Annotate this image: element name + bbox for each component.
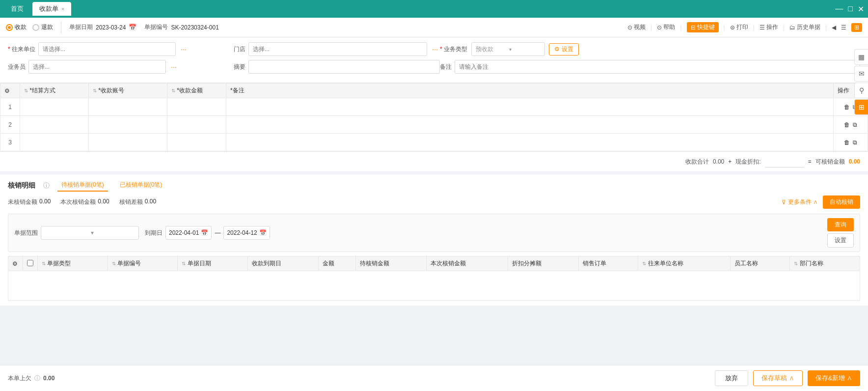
operation-label: 操作 <box>766 23 778 31</box>
list-view-btn[interactable]: ☰ <box>841 24 846 31</box>
video-btn[interactable]: ⊙ 视频 <box>627 23 646 31</box>
row-2-remark[interactable] <box>226 116 834 134</box>
divider-1 <box>61 22 61 33</box>
maximize-btn[interactable]: □ <box>848 4 853 13</box>
toolbar-actions: ⊙ 视频 | ⊙ 帮助 | ⊟ 快捷键 | ⊜ 打印 | ☰ 操作 | 🗂 历史… <box>627 22 862 32</box>
this-val: 0.00 <box>98 198 109 206</box>
row-1-amount[interactable] <box>167 98 226 116</box>
from-unit-more-icon[interactable]: ··· <box>179 45 189 53</box>
shortcut-btn[interactable]: ⊟ 快捷键 <box>687 22 719 32</box>
row-1-delete-icon[interactable]: 🗑 <box>844 104 850 111</box>
tab-close-icon[interactable]: × <box>61 6 64 12</box>
select-all-checkbox[interactable] <box>27 260 33 266</box>
gear-icon[interactable]: ⚙ <box>4 87 10 94</box>
sort-icon-num[interactable]: ⇅ <box>112 261 116 266</box>
tab-receipt[interactable]: 收款单 × <box>32 2 71 16</box>
row-3-amount[interactable] <box>167 134 226 151</box>
date-to-field[interactable]: 2022-04-12 📅 <box>223 226 270 240</box>
save-draft-btn[interactable]: 保存草稿 ∧ <box>753 370 803 386</box>
filter-icon: ⊽ <box>782 199 786 206</box>
operation-btn[interactable]: ☰ 操作 <box>760 23 778 31</box>
remark-input[interactable] <box>455 60 860 74</box>
grid-view-btn[interactable]: ⊞ <box>851 23 862 32</box>
tab-home[interactable]: 首页 <box>4 2 30 16</box>
verify-stats: 未核销金额 0.00 本次核销金额 0.00 核销差额 0.00 ⊽ 更多条件 … <box>8 196 860 209</box>
save-new-btn[interactable]: 保存&新增 ∧ <box>808 370 860 386</box>
calendar-to-icon[interactable]: 📅 <box>259 229 267 236</box>
row-3-actions: 🗑 ⧉ <box>834 134 868 151</box>
verify-info-icon[interactable]: ⓘ <box>43 181 50 190</box>
minimize-btn[interactable]: — <box>835 4 843 13</box>
print-btn[interactable]: ⊜ 打印 <box>730 23 748 31</box>
filter-more-btn[interactable]: ⊽ 更多条件 ∧ <box>782 198 818 206</box>
th-gear[interactable]: ⚙ <box>0 84 20 98</box>
calendar-from-icon[interactable]: 📅 <box>201 229 208 236</box>
prev-btn[interactable]: ◀ <box>832 24 836 31</box>
shortcut-label: 快捷键 <box>697 23 715 31</box>
store-more-icon[interactable]: ··· <box>430 45 440 53</box>
sort-icon-date[interactable]: ⇅ <box>182 261 186 266</box>
right-panel-table-btn[interactable]: ▦ <box>854 49 868 65</box>
row-1-remark[interactable] <box>226 98 834 116</box>
range-filter-select[interactable]: ▾ <box>41 226 139 240</box>
right-panel-camera-btn[interactable]: ⊞ <box>854 99 868 115</box>
row-2-delete-icon[interactable]: 🗑 <box>844 121 850 128</box>
unverified-label: 未核销金额 <box>8 198 37 206</box>
row-2-copy-icon[interactable]: ⧉ <box>853 121 857 128</box>
staff-label: 业务员 <box>8 63 26 71</box>
settings-btn[interactable]: ⚙ 设置 <box>549 43 579 56</box>
radio-receipt-label: 收款 <box>15 23 27 31</box>
video-label: 视频 <box>634 23 646 31</box>
help-btn[interactable]: ⊙ 帮助 <box>657 23 675 31</box>
from-unit-input[interactable] <box>38 42 176 56</box>
discard-btn[interactable]: 放弃 <box>715 370 748 386</box>
row-2-account[interactable] <box>89 116 167 134</box>
filter-settings-btn[interactable]: 设置 <box>827 233 854 248</box>
query-btn[interactable]: 查询 <box>827 218 854 231</box>
th-gear-2[interactable]: ⚙ <box>8 256 23 271</box>
sort-icon-type[interactable]: ⇅ <box>42 261 46 266</box>
row-3-remark[interactable] <box>226 134 834 151</box>
row-3-settle[interactable] <box>20 134 89 151</box>
form-area: 往来单位 ··· 门店 ··· 业务类型 预收款 ▾ ⚙ 设置 <box>0 37 868 83</box>
summary-input[interactable] <box>248 60 440 74</box>
sort-icon-account[interactable]: ⇅ <box>93 88 97 93</box>
calendar-icon[interactable]: 📅 <box>129 24 136 31</box>
close-window-btn[interactable]: ✕ <box>858 4 864 14</box>
radio-receipt[interactable]: 收款 <box>6 23 27 31</box>
radio-refund[interactable]: 退款 <box>32 23 53 31</box>
help-icon: ⊙ <box>657 24 662 31</box>
date-from-field[interactable]: 2022-04-01 📅 <box>165 226 212 240</box>
sort-icon-settle[interactable]: ⇅ <box>24 88 28 93</box>
info-icon-footer[interactable]: ⓘ <box>34 374 40 383</box>
staff-input[interactable] <box>28 60 166 74</box>
discount-input[interactable] <box>765 156 804 168</box>
sort-icon-amount[interactable]: ⇅ <box>171 88 175 93</box>
right-panel-attachment-btn[interactable]: ⚲ <box>854 83 868 98</box>
row-1-settle[interactable] <box>20 98 89 116</box>
summary-label: 摘要 <box>234 63 245 71</box>
verify-tab-pending[interactable]: 待核销单据(0笔) <box>57 179 108 192</box>
history-btn[interactable]: 🗂 历史单据 <box>789 23 820 31</box>
row-3-copy-icon[interactable]: ⧉ <box>853 139 857 146</box>
right-panel-email-btn[interactable]: ✉ <box>854 66 868 82</box>
biz-type-select[interactable]: 预收款 ▾ <box>471 42 545 56</box>
store-input[interactable] <box>248 42 427 56</box>
th-remark: *备注 <box>226 84 834 98</box>
this-stat: 本次核销金额 0.00 <box>60 198 109 206</box>
row-3-account[interactable] <box>89 134 167 151</box>
row-1-account[interactable] <box>89 98 167 116</box>
th-doc-date: ⇅ 单据日期 <box>178 256 248 271</box>
row-2-amount[interactable] <box>167 116 226 134</box>
table-icon: ▦ <box>858 53 865 61</box>
row-2-action-btns: 🗑 ⧉ <box>838 121 864 128</box>
auto-verify-btn[interactable]: 自动核销 <box>823 196 860 209</box>
from-unit-group: 往来单位 ··· <box>8 42 234 56</box>
row-2-settle[interactable] <box>20 116 89 134</box>
row-3-delete-icon[interactable]: 🗑 <box>844 139 850 146</box>
gear-icon-2[interactable]: ⚙ <box>12 260 18 267</box>
verify-tab-done[interactable]: 已核销单据(0笔) <box>116 179 166 192</box>
sort-icon-unit[interactable]: ⇅ <box>642 261 646 266</box>
staff-more-icon[interactable]: ··· <box>169 63 179 71</box>
sort-icon-dept[interactable]: ⇅ <box>794 261 798 266</box>
